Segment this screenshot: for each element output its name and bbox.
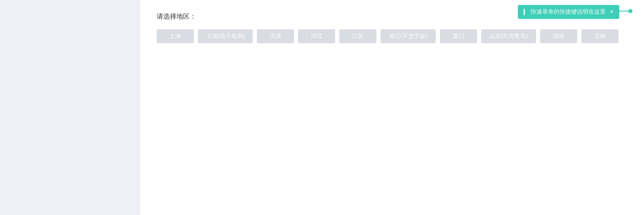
tooltip-banner[interactable]: 快速录单的快捷键说明在这里 ×: [518, 5, 619, 19]
region-button-jiangsu[interactable]: 江苏: [339, 29, 376, 43]
region-button-shandong[interactable]: 山东(不含青岛): [481, 29, 536, 43]
tooltip-dot: [628, 9, 632, 13]
region-button-hainan[interactable]: 海南: [540, 29, 577, 43]
main-content: 请选择地区： 上海上海(电子税局)天津河北江苏浙江(不含宁波)厦门山东(不含青岛…: [140, 0, 644, 215]
region-button-shanghai-etax[interactable]: 上海(电子税局): [198, 29, 253, 43]
left-sidebar: [0, 0, 140, 215]
tooltip-line: [619, 11, 629, 12]
region-button-zhejiang[interactable]: 浙江(不含宁波): [381, 29, 435, 43]
region-button-tianjin[interactable]: 天津: [257, 29, 294, 43]
region-button-shanghai[interactable]: 上海: [157, 29, 194, 43]
region-button-hebei[interactable]: 河北: [298, 29, 335, 43]
tooltip-text: 快速录单的快捷键说明在这里: [531, 8, 606, 16]
region-button-yunnan[interactable]: 云南: [581, 29, 618, 43]
tooltip-close-button[interactable]: ×: [610, 9, 613, 15]
region-button-xiamen[interactable]: 厦门: [440, 29, 477, 43]
region-buttons-container: 上海上海(电子税局)天津河北江苏浙江(不含宁波)厦门山东(不含青岛)海南云南: [157, 29, 628, 43]
